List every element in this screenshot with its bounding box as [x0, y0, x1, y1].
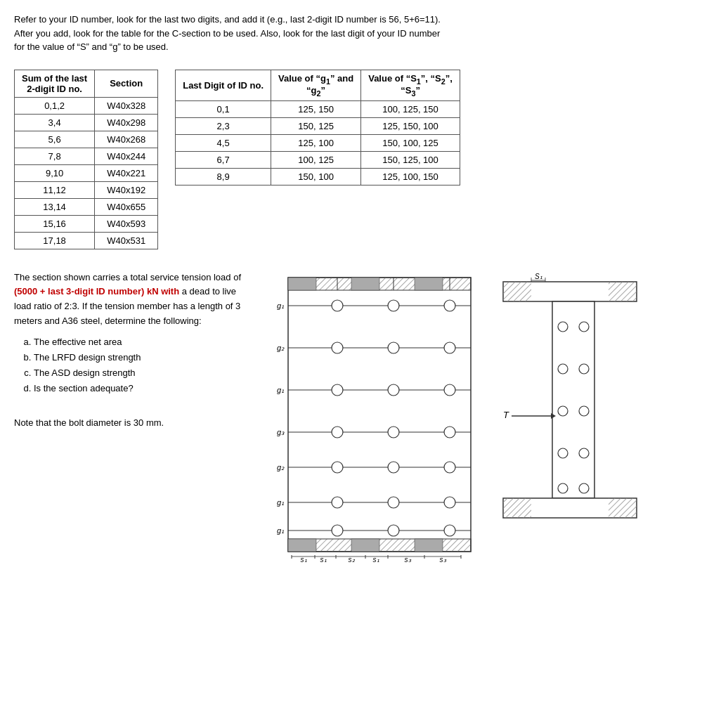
svg-point-80 [558, 483, 568, 493]
svg-point-42 [388, 525, 399, 536]
svg-point-38 [332, 497, 343, 508]
svg-point-31 [444, 384, 455, 396]
intro-line2: After you add, look for the table for th… [14, 28, 440, 39]
g-cell: 125, 150 [271, 100, 361, 117]
svg-rect-5 [415, 278, 443, 290]
table-row: 2,3150, 125125, 150, 100 [176, 117, 460, 134]
s-cell: 125, 100, 150 [361, 168, 460, 185]
intro-line3: for the value of “S” and “g” to be used. [14, 41, 169, 52]
g-cell: 100, 125 [271, 151, 361, 168]
svg-point-78 [558, 406, 568, 416]
table-row: 3,4W40x298 [15, 114, 158, 131]
svg-point-27 [388, 342, 399, 353]
digit-cell: 6,7 [176, 151, 271, 168]
sum-cell: 15,16 [15, 215, 95, 232]
g-cell: 125, 100 [271, 134, 361, 151]
section-cell: W40x192 [95, 181, 158, 198]
g-cell: 150, 100 [271, 168, 361, 185]
para-highlight: (5000 + last 3-digit ID number) kN with [14, 286, 179, 297]
svg-text:s₁: s₁ [373, 556, 379, 564]
s-cell: 150, 100, 125 [361, 134, 460, 151]
svg-rect-68 [609, 282, 637, 301]
table-row: 15,16W40x593 [15, 215, 158, 232]
sum-cell: 17,18 [15, 232, 95, 249]
svg-point-24 [388, 300, 399, 311]
s-cell: 125, 150, 100 [361, 117, 460, 134]
svg-rect-72 [609, 498, 637, 518]
svg-text:g₂: g₂ [277, 463, 285, 471]
svg-rect-7 [351, 539, 379, 552]
svg-point-43 [444, 525, 455, 536]
table-row: 6,7100, 125150, 125, 100 [176, 151, 460, 168]
note-paragraph: Note that the bolt diameter is 30 mm. [14, 416, 253, 431]
list-item-a: The effective net area [34, 334, 253, 350]
svg-text:g₁: g₁ [277, 301, 284, 310]
svg-text:s₃: s₃ [405, 556, 412, 564]
col-g-header: Value of “g1” and“g2” [271, 70, 361, 100]
digit-cell: 0,1 [176, 100, 271, 117]
sum-cell: 11,12 [15, 181, 95, 198]
problem-text: The section shown carries a total servic… [14, 271, 253, 568]
svg-rect-6 [288, 539, 316, 552]
svg-point-39 [388, 497, 399, 508]
sum-cell: 7,8 [15, 148, 95, 164]
svg-rect-8 [415, 539, 443, 552]
table-row: 0,1125, 150100, 125, 150 [176, 100, 460, 117]
list-item-b: The LRFD design strength [34, 350, 253, 365]
section-cell: W40x593 [95, 215, 158, 232]
svg-point-34 [444, 427, 455, 438]
col-digit-header: Last Digit of ID no. [176, 70, 271, 100]
svg-text:g₂: g₂ [277, 344, 285, 352]
s-cell: 150, 125, 100 [361, 151, 460, 168]
col-s-header: Value of “S1”, “S2”,“S3” [361, 70, 460, 100]
table-row: 7,8W40x244 [15, 148, 158, 164]
section-cell: W40x268 [95, 131, 158, 148]
svg-point-85 [579, 483, 589, 493]
table-row: 11,12W40x192 [15, 181, 158, 198]
table-row: 8,9150, 100125, 100, 150 [176, 168, 460, 185]
problem-paragraph: The section shown carries a total servic… [14, 271, 253, 329]
svg-point-30 [388, 384, 399, 396]
svg-rect-69 [552, 301, 594, 498]
col-section-header: Section [95, 70, 158, 97]
table-row: 0,1,2W40x328 [15, 97, 158, 114]
svg-point-28 [444, 342, 455, 353]
svg-text:g₁: g₁ [277, 386, 284, 394]
table-row: 9,10W40x221 [15, 164, 158, 181]
svg-point-79 [558, 448, 568, 458]
table-row: 4,5125, 100150, 100, 125 [176, 134, 460, 151]
svg-text:s₁: s₁ [320, 556, 327, 564]
svg-point-77 [558, 364, 568, 374]
col-sum-header: Sum of the last2-digit ID no. [15, 70, 95, 97]
svg-point-83 [579, 406, 589, 416]
svg-point-25 [444, 300, 455, 311]
table-row: 5,6W40x268 [15, 131, 158, 148]
digit-value-table: Last Digit of ID no. Value of “g1” and“g… [175, 70, 460, 185]
s-cell: 100, 125, 150 [361, 100, 460, 117]
svg-text:S₁: S₁ [535, 273, 542, 280]
question-list: The effective net area The LRFD design s… [34, 334, 253, 396]
t-section-diagram: S₁ [496, 271, 651, 566]
list-item-c: The ASD design strength [34, 365, 253, 381]
svg-point-41 [332, 525, 343, 536]
intro-paragraph: Refer to your ID number, look for the la… [14, 13, 714, 54]
svg-point-82 [579, 364, 589, 374]
table-row: 17,18W40x531 [15, 232, 158, 249]
svg-point-29 [332, 384, 343, 396]
sum-cell: 0,1,2 [15, 97, 95, 114]
svg-text:g₁: g₁ [277, 526, 284, 535]
svg-text:T: T [503, 410, 509, 420]
svg-point-35 [332, 462, 343, 473]
svg-point-81 [579, 322, 589, 332]
svg-point-26 [332, 342, 343, 353]
sum-cell: 3,4 [15, 114, 95, 131]
svg-rect-0 [288, 278, 471, 552]
svg-point-37 [444, 462, 455, 473]
svg-rect-71 [503, 498, 531, 518]
svg-point-23 [332, 300, 343, 311]
tables-section: Sum of the last2-digit ID no. Section 0,… [14, 70, 714, 249]
section-cell: W40x531 [95, 232, 158, 249]
section-cell: W40x655 [95, 198, 158, 215]
svg-point-76 [558, 322, 568, 332]
g-cell: 150, 125 [271, 117, 361, 134]
